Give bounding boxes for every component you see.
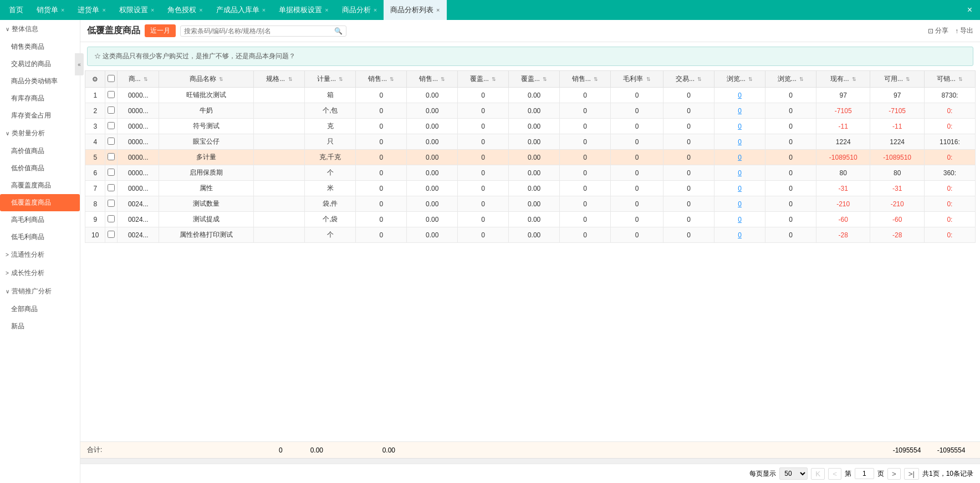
row-browse1[interactable]: 0	[714, 134, 765, 150]
th-sales-qty[interactable]: 销售... ⇅	[356, 71, 407, 88]
export-button[interactable]: ↑ 导出	[955, 26, 973, 35]
row-checkbox[interactable]	[108, 215, 115, 222]
sidebar-item-high-coverage[interactable]: 高覆盖度商品	[0, 177, 80, 194]
close-products-tab[interactable]: ×	[262, 7, 266, 13]
sidebar-item-inventory-capital[interactable]: 库存资金占用	[0, 107, 80, 124]
last-page-button[interactable]: >|	[904, 468, 919, 480]
nav-tab-sales[interactable]: 销货单 ×	[30, 0, 71, 20]
row-sales-amt: 0.00	[407, 196, 458, 212]
sidebar-section-overall[interactable]: ∨ 整体信息	[0, 20, 80, 38]
nav-tab-roles[interactable]: 角色授权 ×	[161, 0, 209, 20]
page-number-input[interactable]	[855, 468, 874, 479]
horizontal-scrollbar[interactable]	[80, 458, 980, 464]
row-checkbox[interactable]	[108, 200, 115, 207]
row-name: 测试数量	[159, 196, 254, 212]
sidebar-item-low-coverage[interactable]: 低覆盖度商品	[0, 194, 80, 211]
th-current[interactable]: 现有... ⇅	[816, 71, 870, 88]
th-cover1[interactable]: 覆盖... ⇅	[458, 71, 509, 88]
th-code[interactable]: 商... ⇅	[118, 71, 159, 88]
sidebar-item-category-rate[interactable]: 商品分类动销率	[0, 73, 80, 90]
sidebar-section-coverage[interactable]: ∨ 类射量分析	[0, 124, 80, 143]
arrow-marketing-icon: ∨	[6, 288, 9, 294]
th-settings[interactable]: ⚙	[85, 71, 105, 88]
close-purchase-tab[interactable]: ×	[102, 7, 105, 13]
row-checkbox[interactable]	[108, 106, 115, 114]
th-name[interactable]: 商品名称 ⇅	[159, 71, 254, 88]
row-browse1[interactable]: 0	[714, 196, 765, 212]
nav-tab-templates[interactable]: 单据模板设置 ×	[272, 0, 335, 20]
sidebar-item-stocked-goods[interactable]: 有库存商品	[0, 90, 80, 107]
row-trade: 0	[663, 88, 714, 103]
row-browse1[interactable]: 0	[714, 165, 765, 181]
sidebar-section-liquidity[interactable]: > 流通性分析	[0, 246, 80, 264]
sidebar-item-new-goods[interactable]: 新品	[0, 318, 80, 335]
row-browse1[interactable]: 0	[714, 181, 765, 196]
search-input[interactable]	[184, 27, 334, 35]
close-analysis-list-tab[interactable]: ×	[436, 7, 440, 13]
close-analysis-tab[interactable]: ×	[374, 7, 377, 13]
row-spec	[254, 88, 305, 103]
th-cover2[interactable]: 覆盖... ⇅	[509, 71, 560, 88]
nav-tab-analysis-list[interactable]: 商品分析列表 ×	[384, 0, 446, 20]
sidebar-item-low-value[interactable]: 低价值商品	[0, 160, 80, 177]
row-checkbox[interactable]	[108, 169, 115, 176]
search-icon[interactable]: 🔍	[334, 27, 343, 35]
sidebar-item-traded-goods[interactable]: 交易过的商品	[0, 55, 80, 73]
nav-tab-products[interactable]: 产成品入库单 ×	[210, 0, 272, 20]
sidebar-item-all-goods[interactable]: 全部商品	[0, 301, 80, 318]
sidebar-item-high-value[interactable]: 高价值商品	[0, 143, 80, 160]
arrow-coverage-icon: ∨	[6, 130, 9, 136]
row-browse1[interactable]: 0	[714, 150, 765, 165]
row-checkbox[interactable]	[108, 138, 115, 145]
nav-tab-home[interactable]: 首页	[2, 0, 30, 20]
th-sales2[interactable]: 销售... ⇅	[560, 71, 611, 88]
th-browse2[interactable]: 浏览... ⇅	[765, 71, 816, 88]
close-roles-tab[interactable]: ×	[199, 7, 202, 13]
th-gross-rate[interactable]: 毛利率 ⇅	[610, 71, 663, 88]
select-all-checkbox[interactable]	[108, 75, 115, 82]
row-browse1[interactable]: 0	[714, 88, 765, 103]
nav-tab-permissions[interactable]: 权限设置 ×	[113, 0, 161, 20]
th-sellable[interactable]: 可销... ⇅	[924, 71, 975, 88]
th-spec[interactable]: 规格... ⇅	[254, 71, 305, 88]
row-checkbox[interactable]	[108, 122, 115, 129]
window-close-button[interactable]: ×	[962, 5, 978, 15]
row-checkbox[interactable]	[108, 184, 115, 191]
row-browse1[interactable]: 0	[714, 103, 765, 119]
time-filter-button[interactable]: 近一月	[145, 24, 176, 37]
th-unit[interactable]: 计量... ⇅	[305, 71, 356, 88]
th-browse1[interactable]: 浏览... ⇅	[714, 71, 765, 88]
sidebar-section-marketing[interactable]: ∨ 营销推广分析	[0, 282, 80, 301]
th-available[interactable]: 可用... ⇅	[870, 71, 924, 88]
sidebar-item-sales-goods[interactable]: 销售类商品	[0, 38, 80, 55]
close-permissions-tab[interactable]: ×	[151, 7, 154, 13]
close-sales-tab[interactable]: ×	[61, 7, 64, 13]
row-gross-rate: 0	[610, 103, 663, 119]
nav-tab-purchase[interactable]: 进货单 ×	[71, 0, 112, 20]
row-browse1[interactable]: 0	[714, 227, 765, 243]
row-browse1[interactable]: 0	[714, 212, 765, 227]
nav-tab-analysis[interactable]: 商品分析 ×	[335, 0, 384, 20]
th-sales-amt[interactable]: 销售... ⇅	[407, 71, 458, 88]
sidebar-item-low-margin[interactable]: 低毛利商品	[0, 228, 80, 246]
row-gross-rate: 0	[610, 227, 663, 243]
prev-page-button[interactable]: <	[828, 468, 841, 480]
row-checkbox[interactable]	[108, 153, 115, 160]
sidebar-section-growth[interactable]: > 成长性分析	[0, 264, 80, 282]
share-button[interactable]: ⊡ 分享	[928, 26, 948, 35]
row-browse2: 0	[765, 119, 816, 134]
page-size-select[interactable]: 50 20 100	[779, 467, 808, 480]
th-trade[interactable]: 交易... ⇅	[663, 71, 714, 88]
row-browse1[interactable]: 0	[714, 119, 765, 134]
first-page-button[interactable]: K	[811, 468, 825, 480]
row-unit: 个	[305, 227, 356, 243]
next-page-button[interactable]: >	[887, 468, 901, 480]
sidebar-collapse-button[interactable]: «	[75, 53, 84, 75]
close-templates-tab[interactable]: ×	[325, 7, 328, 13]
row-checkbox[interactable]	[108, 231, 115, 238]
sidebar-item-high-margin[interactable]: 高毛利商品	[0, 211, 80, 228]
row-checkbox[interactable]	[108, 91, 115, 98]
row-browse2: 0	[765, 134, 816, 150]
row-trade: 0	[663, 165, 714, 181]
row-gross-rate: 0	[610, 212, 663, 227]
